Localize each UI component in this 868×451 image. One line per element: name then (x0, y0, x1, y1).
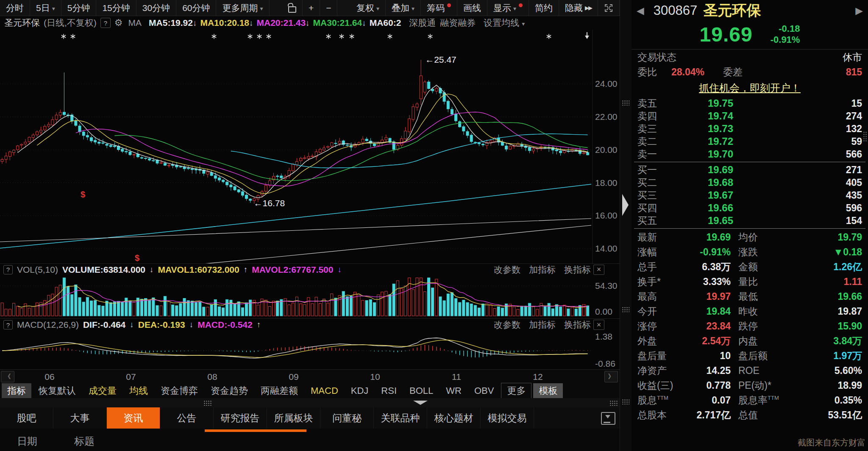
ma-settings-link[interactable]: 设置均线 ▾ (484, 17, 525, 29)
title-link[interactable]: 深股通 (409, 17, 436, 29)
info-tab-所属板块[interactable]: 所属板块 (267, 407, 320, 429)
toolbar-button-label: 60分钟 (182, 2, 210, 14)
toolbar-button-period-5min[interactable]: 5分钟 (61, 0, 97, 16)
panel-control-加指标[interactable]: 加指标 (529, 264, 556, 276)
svg-text:$: $ (81, 190, 85, 199)
info-tab-股吧[interactable]: 股吧 (0, 407, 53, 429)
panel-control-换指标[interactable]: 换指标 (564, 264, 591, 276)
stock-trading-app: 分时5日▾5分钟15分钟30分钟60分钟更多周期▾+−复权▾叠加▾筹码画线显示▾… (0, 0, 868, 451)
indicator-tab-BOLL[interactable]: BOLL (404, 384, 439, 398)
collapse-right-icon[interactable] (622, 194, 629, 216)
toolbar-button-period-fenshi[interactable]: 分时 (0, 0, 30, 16)
toolbar-button-draw-line[interactable]: 画线 (457, 0, 487, 16)
toolbar-button-overlay[interactable]: 叠加▾ (386, 0, 421, 16)
toolbar-button-period-15min[interactable]: 15分钟 (96, 0, 136, 16)
toolbar-button-hide[interactable]: 隐藏▶▶ (559, 0, 598, 16)
indicator-tab-模板[interactable]: 模板 (533, 383, 563, 398)
indicator-tab-资金博弈[interactable]: 资金博弈 (155, 383, 203, 398)
close-icon[interactable]: × (593, 265, 604, 275)
info-tab-资讯[interactable]: 资讯 (107, 407, 160, 429)
open-account-ad-link[interactable]: 抓住机会，即刻开户！ (632, 79, 868, 97)
indicator-tab-OBV[interactable]: OBV (469, 384, 499, 398)
export-window-icon[interactable] (601, 412, 615, 425)
horizontal-splitter[interactable] (0, 398, 620, 408)
bid-row[interactable]: 买三19.67435 (632, 189, 868, 202)
bid-row[interactable]: 买二19.68405 (632, 176, 868, 189)
toolbar-button-period-more[interactable]: 更多周期▾ (216, 0, 269, 16)
panel-control-改参数[interactable]: 改参数 (494, 319, 520, 331)
stat-value: 19.66 (800, 291, 862, 302)
indicator-tab-WR[interactable]: WR (440, 384, 467, 398)
info-tab-研究报告[interactable]: 研究报告 (214, 407, 267, 429)
drag-handle-icon[interactable] (203, 400, 212, 406)
indicator-tab-成交量[interactable]: 成交量 (83, 383, 122, 398)
drag-handle-icon[interactable] (622, 399, 629, 404)
toolbar-button-simple-mode[interactable]: 简约 (529, 0, 559, 16)
bid-row[interactable]: 买四19.66596 (632, 202, 868, 214)
ask-row[interactable]: 卖一19.70566 (632, 148, 868, 160)
help-icon[interactable]: ? (3, 265, 13, 274)
ask-row[interactable]: 卖二19.7259 (632, 135, 868, 148)
indicator-tab-更多[interactable]: 更多 (501, 383, 531, 399)
ask-row[interactable]: 卖五19.7515 (632, 97, 868, 110)
stat-label: PE(动)* (738, 379, 800, 392)
drag-handle-icon[interactable] (622, 100, 629, 105)
collapse-arrow-icon[interactable] (413, 401, 428, 405)
info-tab-模拟交易[interactable]: 模拟交易 (481, 407, 534, 429)
prev-stock-button[interactable]: ◀ (637, 5, 644, 17)
toolbar-button-label: 复权 (356, 2, 374, 14)
macd-chart[interactable]: 1.38-0.86 (0, 330, 620, 369)
drag-handle-icon[interactable] (609, 400, 618, 406)
indicator-tab-指标[interactable]: 指标 (2, 383, 31, 398)
toolbar-button-period-60min[interactable]: 60分钟 (176, 0, 216, 16)
toolbar-button-period-5day[interactable]: 5日▾ (30, 0, 61, 16)
toolbar-button-chips[interactable]: 筹码 (421, 0, 457, 16)
bid-quantity: 154 (733, 215, 862, 227)
bid-row[interactable]: 买一19.69271 (632, 163, 868, 176)
panel-control-改参数[interactable]: 改参数 (494, 264, 520, 276)
stat-row: 外盘2.54万内盘3.84万 (632, 334, 868, 349)
toolbar-button-fullscreen-icon[interactable] (598, 0, 620, 16)
ask-row[interactable]: 卖四19.74274 (632, 110, 868, 122)
drag-handle-icon[interactable] (863, 131, 867, 142)
info-tab-公告[interactable]: 公告 (160, 407, 214, 429)
indicator-tab-资金趋势[interactable]: 资金趋势 (205, 383, 253, 398)
stat-row: 涨幅-0.91%涨跌▼0.18 (632, 245, 868, 260)
stat-value: 19.69 (685, 232, 731, 243)
close-icon[interactable]: × (593, 320, 604, 330)
panel-control-换指标[interactable]: 换指标 (564, 319, 591, 331)
info-tab-核心题材[interactable]: 核心题材 (427, 407, 481, 429)
scroll-right-button[interactable]: 》 (604, 371, 618, 382)
scroll-left-button[interactable]: 《 (1, 371, 14, 382)
indicator-tab-RSI[interactable]: RSI (376, 384, 402, 398)
indicator-tab-MACD[interactable]: MACD (305, 384, 344, 398)
indicator-tab-KDJ[interactable]: KDJ (345, 384, 374, 398)
help-icon[interactable]: ? (100, 18, 111, 28)
indicator-tab-均线[interactable]: 均线 (124, 383, 153, 398)
toolbar-button-label: 5分钟 (67, 2, 90, 14)
toolbar-button-period-30min[interactable]: 30分钟 (136, 0, 176, 16)
info-tab-问董秘[interactable]: 问董秘 (320, 407, 374, 429)
info-tab-关联品种[interactable]: 关联品种 (374, 407, 427, 429)
bid-row[interactable]: 买五19.65154 (632, 214, 868, 227)
candlestick-chart[interactable]: 24.0022.0020.0018.0016.0014.00$$←25.47←1… (0, 30, 620, 263)
vol-indicator-name: VOL(5,10) (17, 265, 58, 275)
volume-chart[interactable]: 54.300.00 (0, 275, 620, 317)
gear-icon[interactable]: ⚙ (114, 17, 123, 28)
help-icon[interactable]: ? (3, 320, 13, 329)
drag-handle-icon[interactable] (622, 307, 629, 312)
toolbar-button-adjust[interactable]: 复权▾ (351, 0, 386, 16)
next-stock-button[interactable]: ▶ (855, 5, 863, 17)
ask-row[interactable]: 卖三19.73132 (632, 122, 868, 135)
toolbar-button-zoom-in[interactable]: + (303, 0, 320, 16)
indicator-tab-两融差额[interactable]: 两融差额 (255, 383, 303, 398)
indicator-tab-恢复默认[interactable]: 恢复默认 (33, 383, 81, 398)
toolbar-button-zoom-out[interactable]: − (320, 0, 337, 16)
event-marker-icon (428, 34, 432, 39)
panel-control-加指标[interactable]: 加指标 (529, 319, 556, 331)
toolbar-button-lock-icon[interactable] (282, 0, 303, 16)
info-tab-大事[interactable]: 大事 (53, 407, 107, 429)
title-link[interactable]: 融资融券 (440, 17, 476, 29)
vertical-splitter[interactable] (620, 0, 632, 451)
toolbar-button-display[interactable]: 显示▾ (487, 0, 529, 16)
